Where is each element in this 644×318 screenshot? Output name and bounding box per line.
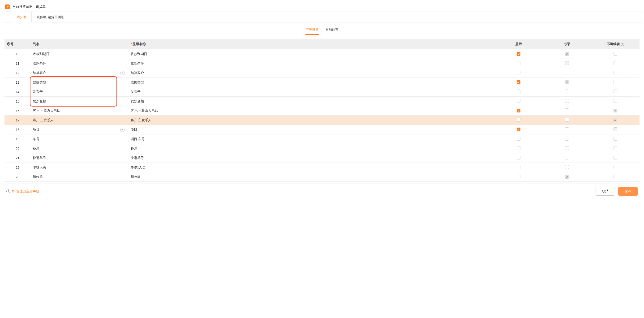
cell-display-name[interactable]: 发票金额 xyxy=(128,97,494,106)
cell-display-name[interactable]: 收款条件 xyxy=(128,59,494,68)
checkbox-show[interactable] xyxy=(517,156,520,160)
checkbox-show[interactable] xyxy=(517,128,520,131)
cell-required xyxy=(543,106,591,116)
cell-required xyxy=(543,163,591,172)
cell-noedit xyxy=(591,97,640,106)
cell-display-name[interactable]: 收款到期日 xyxy=(128,50,494,59)
checkbox-noedit[interactable] xyxy=(614,174,617,178)
tabs: 表头区表体区-销货单明细 xyxy=(2,12,642,22)
checkbox-show[interactable] xyxy=(517,71,520,74)
cell-seq: 22 xyxy=(4,163,30,172)
checkbox-noedit[interactable] xyxy=(614,90,617,93)
checkbox-show[interactable] xyxy=(517,80,520,84)
table-row[interactable]: 10收款到期日收款到期日 xyxy=(4,50,640,59)
cell-display-name[interactable]: 快递单号 xyxy=(128,153,494,163)
tab-0[interactable]: 表头区 xyxy=(12,12,32,22)
checkbox-required[interactable] xyxy=(565,165,569,169)
checkbox-required[interactable] xyxy=(565,127,569,131)
checkbox-noedit[interactable] xyxy=(614,137,617,140)
checkbox-required[interactable] xyxy=(565,137,569,140)
checkbox-show[interactable] xyxy=(517,137,520,140)
cell-display-name[interactable]: 客户.主联系人 xyxy=(128,116,494,125)
checkbox-show[interactable] xyxy=(517,146,520,150)
table-row[interactable]: 23预收款预收款 xyxy=(4,172,640,182)
table-row[interactable]: 12结算客户+结算客户 xyxy=(4,68,640,78)
th-name: 列名 xyxy=(30,39,128,50)
manage-custom-fields-link[interactable]: 管理自定义字段 xyxy=(16,189,39,194)
table-row[interactable]: 22步骤人员步骤1人员 xyxy=(4,163,640,172)
checkbox-noedit[interactable] xyxy=(614,71,617,74)
checkbox-required[interactable] xyxy=(565,108,569,112)
checkbox-required[interactable] xyxy=(565,99,569,103)
checkbox-show[interactable] xyxy=(517,99,520,103)
cell-display-name[interactable]: 步骤1人员 xyxy=(128,163,494,172)
cell-show xyxy=(494,87,543,97)
question-icon[interactable]: ? xyxy=(6,190,10,193)
cell-display-name[interactable]: 备注 xyxy=(128,144,494,153)
cell-display-name[interactable]: 结算客户 xyxy=(128,68,494,78)
checkbox-show[interactable] xyxy=(517,174,520,178)
header-bar: 当前设置单据：销货单 xyxy=(2,2,642,12)
cell-name: 客户.主联系人电话 xyxy=(30,106,128,116)
checkbox-noedit[interactable] xyxy=(614,165,617,169)
checkbox-required[interactable] xyxy=(565,146,569,150)
collapse-toggle[interactable] xyxy=(5,4,10,9)
sub-tab-1[interactable]: 布局调整 xyxy=(325,26,338,35)
table-row[interactable]: 20备注备注 xyxy=(4,144,640,153)
table-row[interactable]: 17客户.主联系人客户.主联系人 xyxy=(4,116,640,125)
cell-display-name[interactable]: 票据类型 xyxy=(128,78,494,87)
checkbox-noedit[interactable] xyxy=(614,156,617,160)
sub-tab-0[interactable]: 字段设置 xyxy=(306,26,319,35)
cell-noedit xyxy=(591,68,640,78)
checkbox-noedit[interactable] xyxy=(614,99,617,103)
table-row[interactable]: 14发票号发票号 xyxy=(4,87,640,97)
checkbox-required[interactable] xyxy=(565,156,569,160)
table-row[interactable]: 19车号项目.车号 xyxy=(4,134,640,144)
cell-display-name[interactable]: 项目 xyxy=(128,125,494,134)
th-required: 必录 xyxy=(543,39,591,50)
table-row[interactable]: 21快递单号快递单号 xyxy=(4,153,640,163)
checkbox-show[interactable] xyxy=(517,61,520,65)
save-button[interactable]: 保存 xyxy=(618,187,638,196)
checkbox-noedit[interactable] xyxy=(614,61,617,65)
checkbox-noedit[interactable] xyxy=(614,52,617,56)
checkbox-required[interactable] xyxy=(565,90,569,93)
cell-display-name[interactable]: 预收款 xyxy=(128,172,494,182)
cell-name: 项目+ xyxy=(30,125,128,134)
th-seq: 序号 xyxy=(4,39,30,50)
checkbox-show[interactable] xyxy=(517,90,520,93)
cell-display-name[interactable]: 客户.主联系人电话 xyxy=(128,106,494,116)
cell-required xyxy=(543,116,591,125)
table-row[interactable]: 16客户.主联系人电话客户.主联系人电话 xyxy=(4,106,640,116)
checkbox-show[interactable] xyxy=(517,52,520,56)
checkbox-show[interactable] xyxy=(517,109,520,112)
table-row[interactable]: 18项目+项目 xyxy=(4,125,640,134)
table-row[interactable]: 13票据类型票据类型 xyxy=(4,78,640,87)
help-icon[interactable]: ? xyxy=(621,43,624,46)
checkbox-show[interactable] xyxy=(517,165,520,169)
tab-1[interactable]: 表体区-销货单明细 xyxy=(32,12,69,22)
cell-show xyxy=(494,97,543,106)
cell-name: 收款条件 xyxy=(30,59,128,68)
plus-icon[interactable]: + xyxy=(120,128,124,132)
plus-icon[interactable]: + xyxy=(120,71,124,75)
cell-seq: 10 xyxy=(4,50,30,59)
checkbox-noedit[interactable] xyxy=(614,80,617,84)
checkbox-noedit[interactable] xyxy=(614,146,617,150)
cancel-button[interactable]: 取消 xyxy=(596,187,615,196)
table-row[interactable]: 11收款条件收款条件 xyxy=(4,59,640,68)
cell-required xyxy=(543,50,591,59)
checkbox-required[interactable] xyxy=(565,71,569,74)
cell-display-name[interactable]: 项目.车号 xyxy=(128,134,494,144)
cell-name: 结算客户+ xyxy=(30,68,128,78)
cell-required xyxy=(543,153,591,163)
cell-seq: 12 xyxy=(4,68,30,78)
cell-noedit xyxy=(591,50,640,59)
cell-seq: 13 xyxy=(4,78,30,87)
table-row[interactable]: 15发票金额发票金额 xyxy=(4,97,640,106)
checkbox-show[interactable] xyxy=(517,118,520,122)
cell-name: 预收款 xyxy=(30,172,128,182)
checkbox-required[interactable] xyxy=(565,118,569,122)
cell-display-name[interactable]: 发票号 xyxy=(128,87,494,97)
cell-seq: 23 xyxy=(4,172,30,182)
